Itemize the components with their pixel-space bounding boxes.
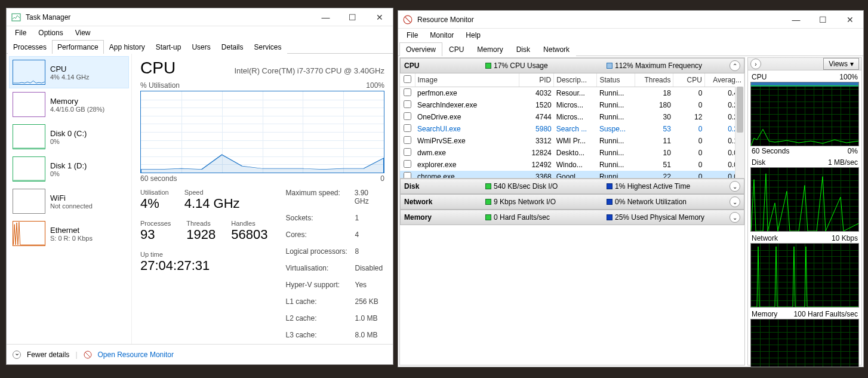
table-row[interactable]: chrome.exe 3368 Googl... Runni... 22 0 0… xyxy=(400,171,744,179)
menu-view[interactable]: View xyxy=(70,27,96,38)
sidebar-item-memory[interactable]: Memory4.4/16.0 GB (28%) xyxy=(9,88,129,121)
table-row[interactable]: perfmon.exe 4032 Resour... Runni... 18 0… xyxy=(400,87,744,100)
tab-memory[interactable]: Memory xyxy=(470,42,509,56)
graph-title: Disk xyxy=(752,158,765,167)
tab-processes[interactable]: Processes xyxy=(8,40,52,54)
tab-app-history[interactable]: App history xyxy=(104,40,150,54)
table-row[interactable]: SearchIndexer.exe 1520 Micros... Runni..… xyxy=(400,99,744,111)
menu-file[interactable]: File xyxy=(10,27,31,38)
table-row[interactable]: explorer.exe 12492 Windo... Runni... 51 … xyxy=(400,159,744,171)
ethernet-thumb-icon xyxy=(13,221,45,246)
cell-image: perfmon.exe xyxy=(415,87,519,100)
col-description[interactable]: Descrip... xyxy=(554,73,597,87)
cell-status: Runni... xyxy=(597,99,635,111)
table-row[interactable]: SearchUI.exe 5980 Search ... Suspe... 53… xyxy=(400,123,744,135)
sidebar-item-disk0[interactable]: Disk 0 (C:)0% xyxy=(9,121,129,153)
menu-monitor[interactable]: Monitor xyxy=(425,30,458,41)
tab-bar: Processes Performance App history Start-… xyxy=(7,39,393,54)
views-button[interactable]: Views▾ xyxy=(823,58,859,70)
collapse-button[interactable]: ⌃ xyxy=(730,60,740,71)
panel-metric: 17% CPU Usage xyxy=(494,62,548,70)
panel-header-network[interactable]: Network 9 Kbps Network I/O 0% Network Ut… xyxy=(400,194,744,210)
titlebar[interactable]: Task Manager — ☐ ✕ xyxy=(7,8,393,26)
row-checkbox[interactable] xyxy=(404,100,411,108)
sidebar-item-ethernet[interactable]: EthernetS: 0 R: 0 Kbps xyxy=(9,217,129,250)
maximize-button[interactable]: ☐ xyxy=(809,11,836,28)
menu-options[interactable]: Options xyxy=(33,27,67,38)
scrollbar-thumb[interactable] xyxy=(737,87,743,133)
col-status[interactable]: Status xyxy=(597,73,635,87)
sidebar-sub: 0% xyxy=(50,170,87,177)
table-row[interactable]: OneDrive.exe 4744 Micros... Runni... 30 … xyxy=(400,111,744,123)
col-check[interactable] xyxy=(400,73,415,87)
tab-disk[interactable]: Disk xyxy=(510,42,537,56)
open-resource-monitor-link[interactable]: Open Resource Monitor xyxy=(98,351,174,359)
sidebar-item-cpu[interactable]: CPU4% 4.14 GHz xyxy=(9,56,129,88)
cell-desc: Windo... xyxy=(554,159,597,171)
prop-val: 256 KB xyxy=(355,297,378,306)
fewer-details-link[interactable]: Fewer details xyxy=(27,351,69,359)
memory-thumb-icon xyxy=(13,92,45,117)
menu-help[interactable]: Help xyxy=(461,30,485,41)
prop-key: L3 cache: xyxy=(286,331,355,339)
row-checkbox[interactable] xyxy=(404,172,411,179)
chart-label-tl: % Utilisation xyxy=(140,81,180,90)
prop-val: 1 xyxy=(355,214,359,222)
sidebar-item-disk1[interactable]: Disk 1 (D:)0% xyxy=(9,153,129,185)
tab-performance[interactable]: Performance xyxy=(52,40,104,54)
page-title: CPU xyxy=(140,59,176,78)
row-checkbox[interactable] xyxy=(404,124,411,132)
titlebar[interactable]: Resource Monitor — ☐ ✕ xyxy=(398,11,863,29)
col-cpu[interactable]: CPU xyxy=(673,73,704,87)
app-icon xyxy=(11,13,21,22)
disk-thumb-icon xyxy=(13,124,45,149)
tab-users[interactable]: Users xyxy=(186,40,216,54)
stat-label: Utilisation xyxy=(140,189,169,196)
tab-details[interactable]: Details xyxy=(216,40,249,54)
row-checkbox[interactable] xyxy=(404,88,411,96)
row-checkbox[interactable] xyxy=(404,160,411,168)
chevron-up-icon[interactable] xyxy=(13,351,21,359)
wifi-thumb-icon xyxy=(13,189,45,214)
expand-button[interactable]: ⌄ xyxy=(730,181,740,192)
header-checkbox[interactable] xyxy=(404,75,411,83)
minimize-button[interactable]: — xyxy=(783,11,809,28)
tab-start-up[interactable]: Start-up xyxy=(150,40,187,54)
tab-cpu[interactable]: CPU xyxy=(442,42,470,56)
col-image[interactable]: Image xyxy=(415,73,519,87)
cell-status: Runni... xyxy=(597,111,635,123)
expand-button[interactable]: ⌄ xyxy=(730,212,740,223)
menu-file[interactable]: File xyxy=(402,30,423,41)
panel-title: Disk xyxy=(404,182,482,190)
usage-icon xyxy=(485,63,491,69)
sidebar-item-wifi[interactable]: WiFiNot connected xyxy=(9,185,129,217)
minimize-button[interactable]: — xyxy=(312,8,339,26)
close-button[interactable]: ✕ xyxy=(366,8,393,26)
col-average[interactable]: Averag... xyxy=(704,73,744,87)
tab-services[interactable]: Services xyxy=(248,40,287,54)
panel-header-memory[interactable]: Memory 0 Hard Faults/sec 25% Used Physic… xyxy=(400,210,744,225)
row-checkbox[interactable] xyxy=(404,148,411,156)
sidebar-sub: 4% 4.14 GHz xyxy=(50,73,89,81)
scrollbar[interactable] xyxy=(735,87,744,178)
cell-cpu: 12 xyxy=(673,111,704,123)
table-row[interactable]: WmiPrvSE.exe 3312 WMI Pr... Runni... 11 … xyxy=(400,135,744,147)
cell-image: chrome.exe xyxy=(415,171,519,179)
close-button[interactable]: ✕ xyxy=(836,11,863,28)
table-row[interactable]: dwm.exe 12824 Deskto... Runni... 10 0 0.… xyxy=(400,147,744,159)
tab-network[interactable]: Network xyxy=(537,42,576,56)
panel-header-disk[interactable]: Disk 540 KB/sec Disk I/O 1% Highest Acti… xyxy=(400,179,744,194)
expand-button[interactable]: ⌄ xyxy=(730,196,740,207)
sidebar-label: WiFi xyxy=(50,193,93,202)
maximize-button[interactable]: ☐ xyxy=(339,8,366,26)
chart-label-bl: 60 seconds xyxy=(140,174,177,183)
tab-overview[interactable]: Overview xyxy=(399,42,442,56)
row-checkbox[interactable] xyxy=(404,112,411,120)
panel-header-cpu[interactable]: CPU 17% CPU Usage 112% Maximum Frequency… xyxy=(400,58,744,73)
col-pid[interactable]: PID xyxy=(519,73,554,87)
sidebar-sub: S: 0 R: 0 Kbps xyxy=(50,235,93,242)
row-checkbox[interactable] xyxy=(404,136,411,144)
prop-val: 1.0 MB xyxy=(355,314,378,322)
col-threads[interactable]: Threads xyxy=(635,73,673,87)
collapse-pane-button[interactable]: › xyxy=(750,59,761,69)
